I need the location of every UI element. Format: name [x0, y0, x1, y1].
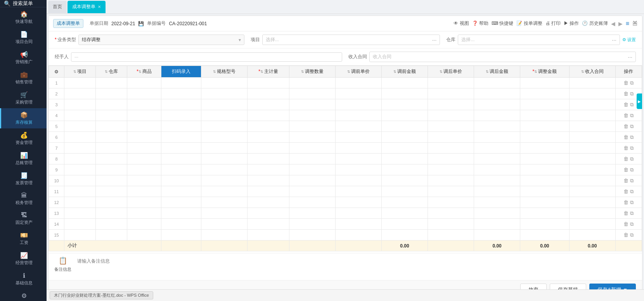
list-view-icon[interactable]: ≡ [626, 20, 629, 27]
cell-data-11-7[interactable] [335, 186, 381, 197]
cell-data-15-2[interactable] [127, 230, 161, 240]
cell-data-2-11[interactable] [520, 88, 569, 99]
sidebar-item-quick-nav[interactable]: 🏠快速导航 [0, 7, 47, 28]
cell-data-5-10[interactable] [474, 121, 520, 132]
cell-data-4-2[interactable] [127, 110, 161, 121]
cell-data-1-10[interactable] [474, 78, 520, 88]
cell-data-2-7[interactable] [335, 88, 381, 99]
cell-data-6-1[interactable] [95, 132, 127, 143]
cell-data-11-2[interactable] [127, 186, 161, 197]
project-input[interactable]: 选择... ··· [262, 35, 440, 45]
cell-data-10-0[interactable] [64, 175, 96, 186]
cell-data-3-1[interactable] [95, 99, 127, 110]
action-view[interactable]: 👁 视图 [454, 20, 469, 27]
sidebar-item-fixed-assets[interactable]: 🏗固定资产 [0, 209, 47, 228]
cell-data-1-7[interactable] [335, 78, 381, 88]
tab-close-icon[interactable]: ✕ [98, 5, 101, 9]
nav-next-icon[interactable]: ▶ [618, 21, 623, 27]
cell-data-12-6[interactable] [289, 197, 335, 208]
income-contract-dots[interactable]: ··· [628, 54, 632, 60]
cell-data-4-1[interactable] [95, 110, 127, 121]
warehouse-input[interactable]: 选择... ··· [458, 35, 620, 45]
cell-data-2-5[interactable] [248, 88, 289, 99]
cell-data-2-12[interactable] [569, 88, 615, 99]
cell-data-4-7[interactable] [335, 110, 381, 121]
cell-data-10-11[interactable] [520, 175, 569, 186]
cell-data-1-12[interactable] [569, 78, 615, 88]
cell-data-10-1[interactable] [95, 175, 127, 186]
copy-icon-10[interactable]: ⧉ [630, 178, 634, 184]
cell-data-7-4[interactable] [201, 143, 248, 154]
cell-data-15-10[interactable] [474, 230, 520, 240]
cell-data-14-11[interactable] [520, 219, 569, 230]
cell-data-9-7[interactable] [335, 164, 381, 175]
cell-data-7-12[interactable] [569, 143, 615, 154]
copy-icon-15[interactable]: ⧉ [630, 232, 634, 238]
cell-data-10-5[interactable] [248, 175, 289, 186]
sidebar-item-ops-mgmt[interactable]: 📈经营管理 [0, 249, 47, 269]
cell-data-3-4[interactable] [201, 99, 248, 110]
cell-data-11-4[interactable] [201, 186, 248, 197]
cell-data-13-7[interactable] [335, 208, 381, 219]
sidebar-item-sales-promotion[interactable]: 📢营销推广 [0, 48, 47, 68]
cell-data-2-9[interactable] [428, 88, 474, 99]
cell-data-15-1[interactable] [95, 230, 127, 240]
cell-data-10-2[interactable] [127, 175, 161, 186]
copy-icon-5[interactable]: ⧉ [630, 123, 634, 130]
copy-icon-13[interactable]: ⧉ [630, 210, 634, 216]
delete-icon-5[interactable]: 🗑 [623, 123, 628, 130]
taskbar-item[interactable]: 木门行业好业财处理方案-墨红红.doc - WPS Office [50, 291, 153, 299]
cell-data-4-8[interactable] [382, 110, 428, 121]
delete-icon-8[interactable]: 🗑 [623, 156, 628, 162]
right-edge-tab[interactable]: ▶ [637, 93, 642, 109]
cell-data-14-2[interactable] [127, 219, 161, 230]
cell-data-2-4[interactable] [201, 88, 248, 99]
cell-data-12-12[interactable] [569, 197, 615, 208]
cell-data-9-4[interactable] [201, 164, 248, 175]
cell-data-6-7[interactable] [335, 132, 381, 143]
cell-data-3-6[interactable] [289, 99, 335, 110]
cell-data-5-5[interactable] [248, 121, 289, 132]
cell-data-8-6[interactable] [289, 154, 335, 164]
cell-data-12-3[interactable] [161, 197, 201, 208]
biz-type-input[interactable]: 结存调整 ▾ [78, 35, 244, 45]
cell-data-13-0[interactable] [64, 208, 96, 219]
handler-dots[interactable]: ··· [74, 54, 78, 60]
cell-data-6-2[interactable] [127, 132, 161, 143]
delete-icon-15[interactable]: 🗑 [623, 232, 628, 238]
cell-data-6-12[interactable] [569, 132, 615, 143]
cell-data-15-3[interactable] [161, 230, 201, 240]
cell-data-2-0[interactable] [64, 88, 96, 99]
cell-data-6-3[interactable] [161, 132, 201, 143]
delete-icon-4[interactable]: 🗑 [623, 112, 628, 119]
cell-data-13-2[interactable] [127, 208, 161, 219]
cell-data-3-0[interactable] [64, 99, 96, 110]
cell-data-12-5[interactable] [248, 197, 289, 208]
cell-data-12-1[interactable] [95, 197, 127, 208]
cell-data-8-11[interactable] [520, 154, 569, 164]
cell-data-14-7[interactable] [335, 219, 381, 230]
cell-data-6-5[interactable] [248, 132, 289, 143]
cell-data-12-8[interactable] [382, 197, 428, 208]
delete-icon-2[interactable]: 🗑 [623, 91, 628, 97]
cell-data-7-0[interactable] [64, 143, 96, 154]
cell-data-1-5[interactable] [248, 78, 289, 88]
delete-icon-9[interactable]: 🗑 [623, 167, 628, 173]
cell-data-14-6[interactable] [289, 219, 335, 230]
cell-data-6-0[interactable] [64, 132, 96, 143]
cell-data-1-2[interactable] [127, 78, 161, 88]
cell-data-13-9[interactable] [428, 208, 474, 219]
cell-data-11-10[interactable] [474, 186, 520, 197]
action-print[interactable]: 🖨 打印 [545, 20, 561, 27]
copy-icon-2[interactable]: ⧉ [630, 91, 634, 97]
cell-data-15-0[interactable] [64, 230, 96, 240]
col-scan-input[interactable]: 扫码录入 [161, 66, 201, 78]
cell-data-14-9[interactable] [428, 219, 474, 230]
cell-data-9-12[interactable] [569, 164, 615, 175]
cell-data-1-11[interactable] [520, 78, 569, 88]
cell-data-9-9[interactable] [428, 164, 474, 175]
cell-data-8-2[interactable] [127, 154, 161, 164]
cell-data-11-11[interactable] [520, 186, 569, 197]
warehouse-dots[interactable]: ··· [612, 37, 616, 43]
cell-data-15-12[interactable] [569, 230, 615, 240]
